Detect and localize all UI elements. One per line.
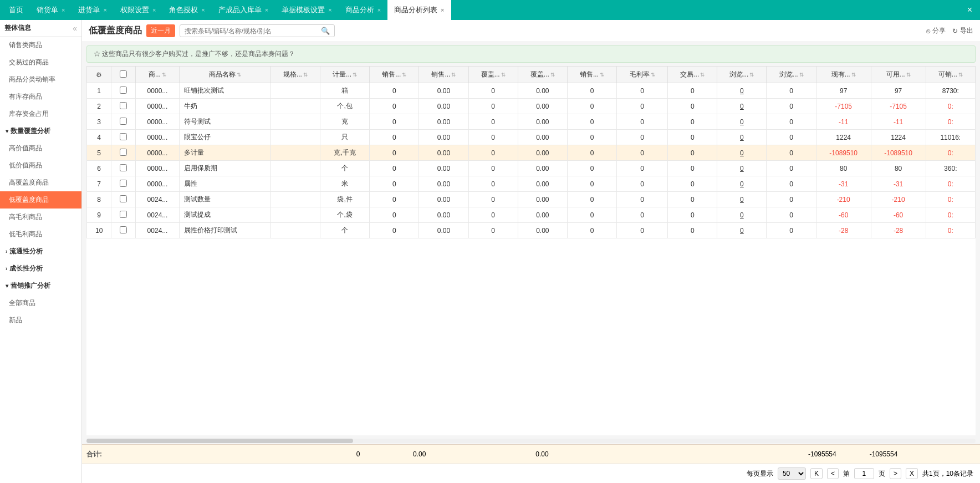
row-browse1[interactable]: 0 [717, 114, 767, 130]
row-browse1[interactable]: 0 [717, 83, 767, 99]
row-select-checkbox[interactable] [120, 118, 127, 125]
row-browse1[interactable]: 0 [717, 130, 767, 145]
col-checkbox[interactable] [111, 67, 136, 83]
close-all-button[interactable]: × [962, 5, 978, 15]
nav-finished-goods[interactable]: 产成品入库单 × [212, 0, 275, 20]
col-saleable[interactable]: 可销...⇅ [926, 67, 975, 83]
col-current[interactable]: 现有...⇅ [816, 67, 871, 83]
row-checkbox[interactable] [111, 176, 136, 192]
nav-home[interactable]: 首页 [2, 0, 30, 20]
sidebar-group-coverage[interactable]: ▾ 数量覆盖分析 [0, 123, 81, 140]
sidebar-item-high-value[interactable]: 高价值商品 [0, 140, 81, 157]
row-browse1[interactable]: 0 [717, 207, 767, 223]
sidebar-item-low-value[interactable]: 低价值商品 [0, 157, 81, 174]
col-gross-rate[interactable]: 毛利率⇅ [617, 67, 668, 83]
col-spec[interactable]: 规格...⇅ [270, 67, 320, 83]
row-select-checkbox[interactable] [120, 195, 127, 202]
row-browse1[interactable]: 0 [717, 176, 767, 192]
row-checkbox[interactable] [111, 130, 136, 145]
row-browse1[interactable]: 0 [717, 145, 767, 161]
row-select-checkbox[interactable] [120, 180, 127, 187]
nav-sales-order[interactable]: 销货单 × [30, 0, 72, 20]
row-select-checkbox[interactable] [120, 87, 127, 94]
col-sales-amt[interactable]: 销售...⇅ [419, 67, 468, 83]
sidebar-item-in-stock[interactable]: 有库存商品 [0, 88, 81, 105]
row-browse1[interactable]: 0 [717, 223, 767, 238]
row-checkbox[interactable] [111, 207, 136, 223]
close-icon[interactable]: × [441, 7, 444, 13]
nav-role-auth[interactable]: 角色授权 × [162, 0, 211, 20]
col-sales-cnt[interactable]: 销售...⇅ [567, 67, 616, 83]
prev-page-button[interactable]: < [827, 468, 839, 479]
scrollbar-thumb[interactable] [86, 439, 353, 443]
export-button[interactable]: ↻ 导出 [952, 26, 973, 35]
col-name[interactable]: 商品名称⇅ [179, 67, 270, 83]
row-select-checkbox[interactable] [120, 102, 127, 109]
close-icon[interactable]: × [265, 7, 268, 13]
sidebar-item-all-products[interactable]: 全部商品 [0, 294, 81, 312]
row-checkbox[interactable] [111, 161, 136, 176]
row-checkbox[interactable] [111, 83, 136, 99]
row-select-checkbox[interactable] [120, 226, 127, 233]
row-select-checkbox[interactable] [120, 211, 127, 218]
nav-purchase[interactable]: 进货单 × [72, 0, 113, 20]
row-select-checkbox[interactable] [120, 133, 127, 140]
sidebar-group-marketing[interactable]: ▾ 营销推广分析 [0, 277, 81, 294]
row-checkbox[interactable] [111, 99, 136, 114]
close-icon[interactable]: × [201, 7, 205, 13]
sidebar-item-category-rate[interactable]: 商品分类动销率 [0, 71, 81, 88]
row-checkbox[interactable] [111, 223, 136, 238]
col-cov2[interactable]: 覆盖...⇅ [518, 67, 567, 83]
page-size-select[interactable]: 50 100 200 [778, 467, 806, 480]
col-code[interactable]: 商...⇅ [136, 67, 179, 83]
sidebar-item-high-coverage[interactable]: 高覆盖度商品 [0, 174, 81, 191]
col-available[interactable]: 可用...⇅ [871, 67, 926, 83]
row-select-checkbox[interactable] [120, 149, 127, 156]
close-icon[interactable]: × [152, 7, 156, 13]
row-browse1[interactable]: 0 [717, 192, 767, 207]
row-browse1[interactable]: 0 [717, 99, 767, 114]
sidebar-item-new-products[interactable]: 新品 [0, 312, 81, 329]
col-sales-qty[interactable]: 销售...⇅ [370, 67, 419, 83]
sidebar-item-stock-capital[interactable]: 库存资金占用 [0, 105, 81, 123]
row-checkbox[interactable] [111, 145, 136, 161]
close-icon[interactable]: × [103, 7, 106, 13]
sidebar-group-flow[interactable]: › 流通性分析 [0, 243, 81, 260]
select-all-checkbox[interactable] [120, 70, 127, 78]
nav-permissions[interactable]: 权限设置 × [114, 0, 162, 20]
sidebar-item-high-margin[interactable]: 高毛利商品 [0, 209, 81, 226]
sidebar-item-sales-products[interactable]: 销售类商品 [0, 37, 81, 54]
sidebar-section-general: 整体信息 [4, 23, 31, 33]
row-checkbox[interactable] [111, 192, 136, 207]
date-filter-button[interactable]: 近一月 [146, 24, 175, 37]
sidebar-item-low-coverage[interactable]: 低覆盖度商品 [0, 191, 81, 209]
share-button[interactable]: ⎋ 分享 [926, 26, 946, 35]
sidebar-item-low-margin[interactable]: 低毛利商品 [0, 226, 81, 243]
col-settings[interactable]: ⚙ [87, 67, 111, 83]
row-sales-cnt: 0 [567, 114, 616, 130]
row-select-checkbox[interactable] [120, 164, 127, 171]
row-browse1[interactable]: 0 [717, 161, 767, 176]
search-input[interactable] [185, 27, 321, 35]
sidebar-group-growth[interactable]: › 成长性分析 [0, 260, 81, 277]
col-cov1[interactable]: 覆盖...⇅ [468, 67, 518, 83]
col-unit[interactable]: 计量...⇅ [320, 67, 370, 83]
row-checkbox[interactable] [111, 114, 136, 130]
sidebar-item-traded-products[interactable]: 交易过的商品 [0, 54, 81, 71]
close-icon[interactable]: × [328, 7, 331, 13]
close-icon[interactable]: × [62, 7, 65, 13]
col-browse2[interactable]: 浏览...⇅ [767, 67, 816, 83]
col-trade[interactable]: 交易...⇅ [668, 67, 717, 83]
next-page-button[interactable]: > [890, 468, 901, 479]
nav-product-analysis[interactable]: 商品分析 × [339, 0, 387, 20]
nav-product-analysis-list[interactable]: 商品分析列表 × [387, 0, 451, 20]
current-page-input[interactable] [854, 468, 874, 479]
first-page-button[interactable]: K [810, 468, 823, 479]
nav-template-settings[interactable]: 单据模板设置 × [275, 0, 338, 20]
data-table-container[interactable]: ⚙ 商...⇅ 商品名称⇅ 规格...⇅ 计量...⇅ 销售...⇅ 销售...… [86, 66, 976, 435]
last-page-button[interactable]: X [906, 468, 918, 479]
sidebar-collapse-btn[interactable]: « [73, 24, 77, 33]
close-icon[interactable]: × [377, 7, 381, 13]
col-browse1[interactable]: 浏览...⇅ [717, 67, 767, 83]
horizontal-scrollbar[interactable] [86, 439, 976, 443]
